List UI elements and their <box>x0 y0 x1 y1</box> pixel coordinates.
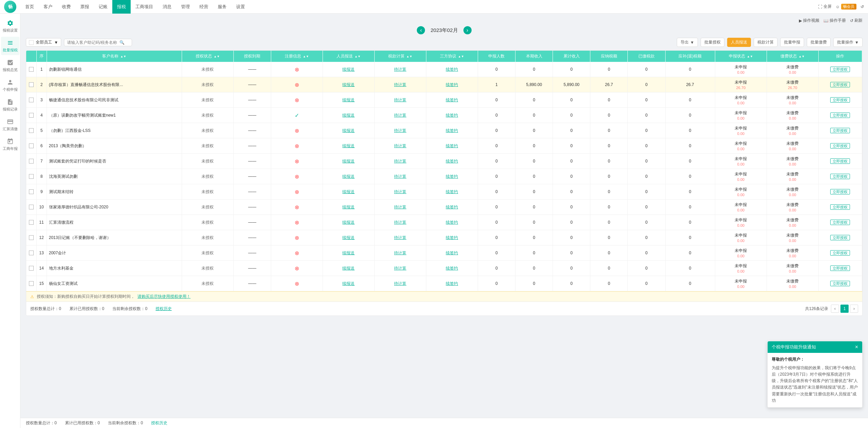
nav-accounting[interactable]: 记账 <box>94 0 112 14</box>
row-tri-party[interactable]: 续签约 <box>426 200 478 215</box>
nav-manage[interactable]: 管理 <box>176 0 195 14</box>
row-tri-party[interactable]: 续签约 <box>426 169 478 184</box>
row-personnel[interactable]: 续报送 <box>323 184 374 200</box>
row-reg-info[interactable]: ⊗ <box>271 200 323 215</box>
row-action-btn[interactable]: 立即授权 <box>830 250 850 256</box>
row-tax-calc[interactable]: 待计算 <box>374 215 426 230</box>
nav-operation[interactable]: 经营 <box>195 0 213 14</box>
row-tri-party[interactable]: 续签约 <box>426 62 478 77</box>
row-tri-party[interactable]: 续签约 <box>426 123 478 138</box>
row-tax-calc[interactable]: 待计算 <box>374 92 426 108</box>
row-reg-info[interactable]: ⊗ <box>271 276 323 291</box>
row-reg-info[interactable]: ⊗ <box>271 169 323 184</box>
row-reg-info[interactable]: ⊗ <box>271 245 323 261</box>
row-name[interactable]: 杨仙女工资测试 <box>47 276 182 291</box>
row-checkbox[interactable] <box>29 235 34 240</box>
row-personnel[interactable]: 续报送 <box>323 169 374 184</box>
prev-page-btn[interactable]: ‹ <box>831 305 839 313</box>
sidebar-item-tax-settings[interactable]: 报税设置 <box>1 17 19 35</box>
row-personnel[interactable]: 续报送 <box>323 123 374 138</box>
refresh-btn[interactable]: ↺ <box>861 4 864 9</box>
row-tax-calc[interactable]: 待计算 <box>374 62 426 77</box>
th-auth-exp[interactable]: 授权到期 <box>233 51 271 62</box>
row-action-btn[interactable]: 立即授权 <box>830 128 850 133</box>
row-reg-info[interactable]: ⊗ <box>271 230 323 245</box>
auth-history-bottom-link[interactable]: 授权历史 <box>151 420 167 426</box>
row-checkbox[interactable] <box>29 174 34 179</box>
row-reg-info[interactable]: ⊗ <box>271 138 323 154</box>
export-btn[interactable]: 导出 ▼ <box>677 38 698 47</box>
row-tri-party[interactable]: 续签约 <box>426 276 478 291</box>
row-personnel[interactable]: 续报送 <box>323 77 374 92</box>
row-personnel[interactable]: 续报送 <box>323 261 374 276</box>
manual-btn[interactable]: 📖 操作手册 <box>823 18 846 23</box>
batch-auth-btn[interactable]: 批量授权 <box>701 38 724 47</box>
prev-month-btn[interactable] <box>417 26 425 34</box>
row-checkbox[interactable] <box>29 266 34 271</box>
next-month-btn[interactable] <box>463 26 472 34</box>
row-tri-party[interactable]: 续签约 <box>426 230 478 245</box>
row-tax-calc[interactable]: 待计算 <box>374 108 426 123</box>
row-reg-info[interactable]: ⊗ <box>271 92 323 108</box>
row-reg-info[interactable]: ⊗ <box>271 123 323 138</box>
th-name[interactable]: 客户名称 ▲▼ <box>47 51 182 62</box>
row-reg-info[interactable]: ⊗ <box>271 62 323 77</box>
nav-message[interactable]: 消息 <box>158 0 176 14</box>
th-tri-party[interactable]: 三方协议 ▲▼ <box>426 51 478 62</box>
row-checkbox[interactable] <box>29 113 34 118</box>
row-tri-party[interactable]: 续签约 <box>426 138 478 154</box>
row-tri-party[interactable]: 续签约 <box>426 154 478 169</box>
row-name[interactable]: 张家港厚德针织品有限公司-2020 <box>47 200 182 215</box>
auth-history-link[interactable]: 授权历史 <box>155 306 172 312</box>
tax-calc-btn[interactable]: 税款计算 <box>754 38 777 47</box>
row-checkbox[interactable] <box>29 205 34 209</box>
nav-business[interactable]: 工商项目 <box>131 0 158 14</box>
page-next-btn[interactable]: › <box>850 305 858 313</box>
nav-report[interactable]: 票报 <box>76 0 94 14</box>
row-checkbox[interactable] <box>29 159 34 164</box>
row-tri-party[interactable]: 续签约 <box>426 184 478 200</box>
th-declare-status[interactable]: 申报状态 ▲▼ <box>715 51 767 62</box>
row-reg-info[interactable]: ⊗ <box>271 77 323 92</box>
sidebar-item-annual[interactable]: 工商年报 <box>1 135 19 154</box>
batch-submit-btn[interactable]: 批量申报 <box>780 38 804 47</box>
row-tax-calc[interactable]: 待计算 <box>374 261 426 276</box>
row-tax-calc[interactable]: 待计算 <box>374 154 426 169</box>
row-checkbox[interactable] <box>29 128 34 133</box>
nav-service[interactable]: 服务 <box>213 0 231 14</box>
row-name[interactable]: 测试账套的凭证打印的时候是否 <box>47 154 182 169</box>
row-action-btn[interactable]: 立即授权 <box>830 97 850 103</box>
th-reg-info[interactable]: 注册信息 ▲▼ <box>271 51 323 62</box>
row-tax-calc[interactable]: 待计算 <box>374 184 426 200</box>
row-reg-info[interactable]: ⊗ <box>271 154 323 169</box>
sidebar-item-overview[interactable]: 报税总览 <box>1 56 19 75</box>
row-action-btn[interactable]: 立即授权 <box>830 189 850 194</box>
row-personnel[interactable]: 续报送 <box>323 215 374 230</box>
notification-close-btn[interactable]: × <box>855 344 858 350</box>
row-checkbox[interactable] <box>29 281 34 286</box>
row-reg-info[interactable]: ⊗ <box>271 184 323 200</box>
row-checkbox[interactable] <box>29 220 34 225</box>
th-personnel[interactable]: 人员报送 ▲▼ <box>323 51 374 62</box>
page-1-btn[interactable]: 1 <box>840 305 849 313</box>
row-tax-calc[interactable]: 待计算 <box>374 276 426 291</box>
row-tax-calc[interactable]: 待计算 <box>374 77 426 92</box>
row-action-btn[interactable]: 立即授权 <box>830 158 850 164</box>
row-tax-calc[interactable]: 待计算 <box>374 123 426 138</box>
batch-ops-btn[interactable]: 批量操作 ▼ <box>833 38 863 47</box>
row-reg-info[interactable]: ✓ <box>271 108 323 123</box>
row-tri-party[interactable]: 续签约 <box>426 245 478 261</box>
row-name[interactable]: 汇算清缴流程 <box>47 215 182 230</box>
row-personnel[interactable]: 续报送 <box>323 154 374 169</box>
row-personnel[interactable]: 续报送 <box>323 230 374 245</box>
row-personnel[interactable]: 续报送 <box>323 276 374 291</box>
row-name[interactable]: 2013日记账（不要删除哈，谢谢） <box>47 230 182 245</box>
th-tax-calc[interactable]: 税款计算 ▲▼ <box>374 51 426 62</box>
row-name[interactable]: 地方水利基金 <box>47 261 182 276</box>
row-action-btn[interactable]: 立即授权 <box>830 220 850 225</box>
row-personnel[interactable]: 续报送 <box>323 245 374 261</box>
search-input[interactable] <box>67 40 118 45</box>
row-action-btn[interactable]: 立即授权 <box>830 113 850 118</box>
row-name[interactable]: （原）误删勿改字幅劳测试账套new1 <box>47 108 182 123</box>
row-tax-calc[interactable]: 待计算 <box>374 230 426 245</box>
